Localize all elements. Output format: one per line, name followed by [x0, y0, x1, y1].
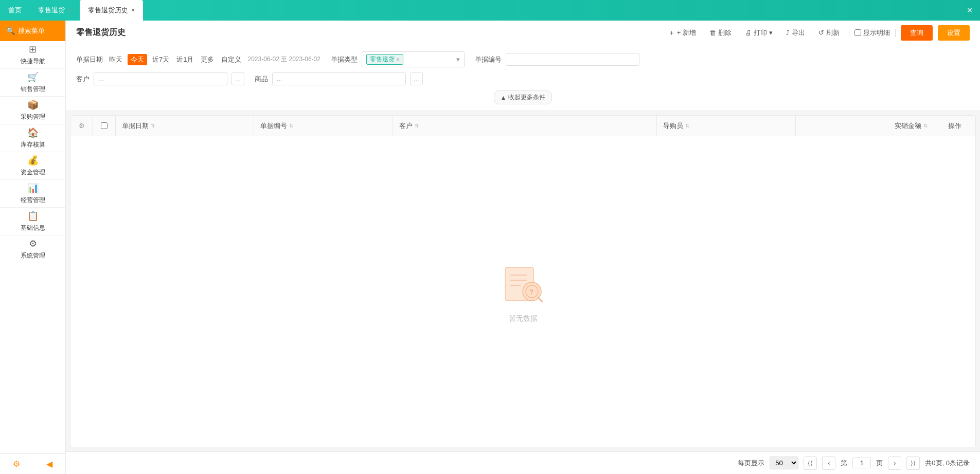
export-button[interactable]: ⤴ 导出 — [782, 26, 809, 40]
bill-no-label: 单据编号 — [475, 55, 502, 64]
th-date-sort-icon[interactable]: ⇅ — [151, 123, 155, 129]
quick-nav-icon: ⊞ — [29, 44, 37, 55]
total-info: 共0页, 0条记录 — [925, 459, 970, 468]
collapse-sidebar-icon[interactable]: ◀ — [46, 459, 52, 469]
delete-button[interactable]: 🗑 删除 — [705, 26, 736, 40]
sidebar-item-sys-mgmt[interactable]: ⚙ 系统管理 — [0, 235, 65, 263]
action-divider — [849, 29, 849, 37]
bill-type-tag-close[interactable]: × — [396, 56, 400, 63]
customer-input[interactable] — [94, 72, 227, 85]
page-prev-button[interactable]: ‹ — [822, 457, 835, 470]
collapse-button[interactable]: ▲ 收起更多条件 — [494, 90, 553, 104]
add-label: + 新增 — [677, 28, 696, 38]
collapse-bar: ▲ 收起更多条件 — [76, 90, 970, 104]
add-icon: ＋ — [668, 28, 675, 38]
page-first-button[interactable]: ⟨⟨ — [804, 457, 817, 470]
sidebar-item-quick-nav[interactable]: ⊞ 快捷导航 — [0, 41, 65, 69]
date-opt-yesterday[interactable]: 昨天 — [107, 54, 124, 65]
filter-goods: 商品 ... — [255, 72, 423, 85]
sales-mgmt-icon: 🛒 — [27, 71, 39, 83]
export-label: 导出 — [792, 28, 805, 38]
settings-bottom-icon[interactable]: ⚙ — [13, 459, 20, 469]
th-billno-label: 单据编号 — [260, 121, 287, 131]
th-billno-sort-icon[interactable]: ⇅ — [289, 123, 293, 129]
date-opt-more[interactable]: 更多 — [199, 54, 216, 65]
table-container: ⚙ 单据日期 ⇅ 单据编号 ⇅ 客户 ⇅ 导购员 — [70, 115, 976, 447]
filter-row-2: 客户 ... 商品 ... — [76, 72, 970, 85]
date-options: 昨天 今天 近7天 近1月 更多 自定义 — [107, 54, 243, 65]
print-arrow-icon: ▾ — [769, 29, 773, 37]
sidebar-item-label: 资金管理 — [21, 168, 45, 177]
sidebar-item-purchase-mgmt[interactable]: 📦 采购管理 — [0, 97, 65, 124]
filter-date: 单据日期 昨天 今天 近7天 近1月 更多 自定义 2023-06-02 至 2… — [76, 54, 320, 65]
main-layout: 🔍 搜索菜单 ⊞ 快捷导航 🛒 销售管理 📦 采购管理 🏠 库存核算 💰 — [0, 21, 980, 474]
print-label: 打印 — [754, 28, 767, 38]
sidebar-bottom: ⚙ ◀ — [0, 453, 65, 474]
sidebar-search-label: 搜索菜单 — [18, 26, 45, 35]
page-unit: 页 — [876, 459, 883, 468]
add-button[interactable]: ＋ + 新增 — [664, 26, 700, 40]
print-button[interactable]: 🖨 打印 ▾ — [741, 26, 777, 40]
query-button[interactable]: 查询 — [901, 25, 933, 41]
th-customer-label: 客户 — [399, 121, 413, 131]
refresh-button[interactable]: ↺ 刷新 — [814, 26, 844, 40]
th-guide-sort-icon[interactable]: ⇅ — [685, 123, 689, 129]
bill-no-input[interactable] — [506, 53, 639, 66]
date-opt-custom[interactable]: 自定义 — [219, 54, 243, 65]
page-size-select[interactable]: 50 100 200 — [770, 457, 798, 469]
column-settings-icon[interactable]: ⚙ — [79, 122, 85, 130]
empty-state-icon: ? — [500, 260, 546, 306]
table-header: ⚙ 单据日期 ⇅ 单据编号 ⇅ 客户 ⇅ 导购员 — [70, 116, 975, 136]
top-bar: 首页 零售退货 × 零售退货历史 × × — [0, 0, 980, 21]
delete-icon: 🗑 — [709, 29, 716, 37]
tab-retail-return-history[interactable]: 零售退货历史 × — [80, 0, 143, 21]
th-amount-sort-icon[interactable]: ⇅ — [923, 123, 928, 129]
page-size-label: 每页显示 — [738, 459, 764, 468]
th-billno: 单据编号 ⇅ — [254, 116, 393, 136]
date-opt-1month[interactable]: 近1月 — [174, 54, 195, 65]
customer-ellipsis-button[interactable]: ... — [231, 72, 244, 85]
sidebar-item-basic-info[interactable]: 📋 基础信息 — [0, 208, 65, 235]
page-title: 零售退货历史 — [76, 27, 664, 38]
tab-list: 首页 零售退货 × 零售退货历史 × — [0, 0, 959, 21]
sidebar-item-label: 采购管理 — [21, 113, 45, 121]
show-detail-input[interactable] — [854, 29, 861, 36]
sidebar-item-label: 经营管理 — [21, 196, 45, 205]
window-close-button[interactable]: × — [959, 0, 980, 21]
collapse-up-icon: ▲ — [501, 94, 507, 101]
goods-ellipsis-button[interactable]: ... — [410, 72, 423, 85]
tab-retail-return[interactable]: 零售退货 × — [30, 0, 80, 21]
th-customer-sort-icon[interactable]: ⇅ — [415, 123, 419, 129]
delete-label: 删除 — [718, 28, 732, 38]
sidebar-item-inventory[interactable]: 🏠 库存核算 — [0, 124, 65, 152]
tab-retail-return-close[interactable]: × — [68, 7, 72, 14]
sidebar-item-operations[interactable]: 📊 经营管理 — [0, 180, 65, 208]
sidebar-item-label: 库存核算 — [21, 140, 45, 149]
page-last-button[interactable]: ⟩⟩ — [906, 457, 920, 470]
svg-line-6 — [538, 298, 542, 302]
sidebar-search-button[interactable]: 🔍 搜索菜单 — [0, 21, 65, 41]
sidebar-item-sales-mgmt[interactable]: 🛒 销售管理 — [0, 69, 65, 97]
goods-label: 商品 — [255, 75, 268, 84]
bill-type-select[interactable]: 零售退货 × ▾ — [362, 51, 465, 67]
date-opt-today[interactable]: 今天 — [128, 54, 147, 65]
select-all-checkbox[interactable] — [101, 122, 108, 129]
sidebar-item-finance[interactable]: 💰 资金管理 — [0, 152, 65, 180]
page-number-input[interactable] — [852, 458, 871, 468]
th-date-label: 单据日期 — [122, 121, 149, 131]
goods-input[interactable] — [272, 72, 406, 85]
empty-state: ? 暂无数据 — [70, 136, 975, 447]
collapse-label: 收起更多条件 — [508, 93, 545, 102]
page-next-button[interactable]: › — [888, 457, 901, 470]
date-opt-7days[interactable]: 近7天 — [150, 54, 171, 65]
tab-home[interactable]: 首页 — [0, 0, 30, 21]
sidebar-item-label: 基础信息 — [21, 224, 45, 232]
tab-retail-return-history-close[interactable]: × — [131, 7, 135, 14]
refresh-label: 刷新 — [826, 28, 840, 38]
date-filter-label: 单据日期 — [76, 55, 103, 64]
settings-button[interactable]: 设置 — [938, 25, 970, 41]
sidebar-item-label: 系统管理 — [21, 251, 45, 260]
show-detail-checkbox[interactable]: 显示明细 — [854, 28, 890, 38]
th-check — [93, 116, 116, 136]
bill-type-tag-value: 零售退货 — [370, 55, 395, 64]
